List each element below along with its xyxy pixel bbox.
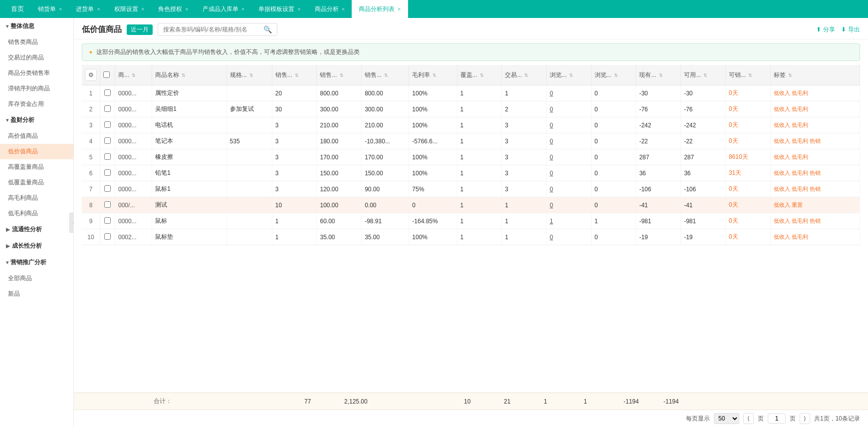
row-browse1[interactable]: 0 <box>546 181 591 197</box>
row-checkbox[interactable] <box>104 233 111 240</box>
sidebar-item-low-coverage[interactable]: 低覆盖量商品 <box>0 175 73 190</box>
info-text: 这部分商品的销售收入大幅低于商品平均销售收入，价值不高，可考虑调整营销策略，或是… <box>96 48 360 56</box>
browse1-link[interactable]: 0 <box>550 154 553 161</box>
nav-close-template[interactable]: × <box>297 6 300 12</box>
table-row: 1 0000... 属性定价 20 800.00 800.00 100% 1 1… <box>82 85 860 101</box>
row-tags: 低收入重置 <box>770 197 860 213</box>
row-browse1[interactable]: 0 <box>546 229 591 245</box>
th-days: 可销... ⇅ <box>725 65 770 85</box>
per-page-select[interactable]: 50 20 100 <box>714 413 739 424</box>
nav-close-product-analysis-list[interactable]: × <box>398 6 401 12</box>
browse1-link[interactable]: 0 <box>550 170 553 177</box>
sidebar-group-circulation[interactable]: ▶ 流通性分析 <box>0 221 73 238</box>
nav-roles[interactable]: 角色授权 × <box>151 0 195 18</box>
nav-purchase[interactable]: 进货单 × <box>69 0 107 18</box>
share-button[interactable]: ⬆ 分享 <box>816 25 835 34</box>
row-browse1[interactable]: 0 <box>546 197 591 213</box>
page-input[interactable] <box>768 414 786 424</box>
browse1-link[interactable]: 0 <box>550 234 553 241</box>
sidebar-item-low-margin[interactable]: 低毛利商品 <box>0 206 73 221</box>
row-browse1[interactable]: 0 <box>546 101 591 117</box>
row-cov: 1 <box>457 197 502 213</box>
nav-close-purchase[interactable]: × <box>97 6 100 12</box>
export-button[interactable]: ⬇ 导出 <box>841 25 860 34</box>
sidebar-item-sales-products[interactable]: 销售类商品 <box>0 34 73 50</box>
row-checkbox[interactable] <box>104 217 111 224</box>
time-badge[interactable]: 近一月 <box>127 24 153 35</box>
row-browse1[interactable]: 1 <box>546 213 591 229</box>
row-browse1[interactable]: 0 <box>546 133 591 149</box>
sidebar-item-all-products[interactable]: 全部商品 <box>0 271 73 286</box>
browse1-link[interactable]: 1 <box>550 218 553 225</box>
sidebar-group-growth[interactable]: ▶ 成长性分析 <box>0 238 73 254</box>
th-browse2: 浏览... ⇅ <box>591 65 636 85</box>
browse1-link[interactable]: 0 <box>550 90 553 97</box>
row-sale2: -10,380... <box>362 133 409 149</box>
sidebar-item-new-products[interactable]: 新品 <box>0 286 73 302</box>
nav-product-analysis-list[interactable]: 商品分析列表 × <box>352 0 408 18</box>
first-page-button[interactable]: ⟨ <box>743 413 754 424</box>
tag: 重置 <box>792 202 803 208</box>
browse1-link[interactable]: 0 <box>550 106 553 113</box>
row-checkbox[interactable] <box>104 153 111 160</box>
nav-permissions[interactable]: 权限设置 × <box>107 0 151 18</box>
row-qty: 3 <box>272 133 317 149</box>
row-browse1[interactable]: 0 <box>546 149 591 165</box>
sidebar-collapse-button[interactable]: ‹‹ <box>69 213 74 233</box>
row-days: 0天 <box>725 133 770 149</box>
nav-close-product-storage[interactable]: × <box>241 6 244 12</box>
row-checkbox[interactable] <box>104 105 111 112</box>
row-stock: -76 <box>636 101 681 117</box>
sidebar-item-high-margin[interactable]: 高毛利商品 <box>0 190 73 206</box>
table-row: 2 0000... 吴细细1 参加复试 30 300.00 300.00 100… <box>82 101 860 117</box>
nav-template[interactable]: 单据模板设置 × <box>251 0 307 18</box>
row-checkbox-cell <box>100 165 115 181</box>
row-code: 0000... <box>115 181 152 197</box>
search-box[interactable]: 🔍 <box>158 23 277 36</box>
table-row: 8 000/... 测试 10 100.00 0.00 0 1 1 0 0 -4… <box>82 197 860 213</box>
settings-button[interactable]: ⚙ <box>85 69 97 81</box>
sidebar-group-overall[interactable]: ▾ 整体信息 <box>0 18 73 34</box>
sidebar-item-high-coverage[interactable]: 高覆盖量商品 <box>0 159 73 175</box>
nav-product-storage[interactable]: 产成品入库单 × <box>196 0 251 18</box>
nav-sales[interactable]: 销货单 × <box>31 0 69 18</box>
sidebar-item-high-value[interactable]: 高价值商品 <box>0 128 73 144</box>
search-input[interactable] <box>163 26 260 33</box>
row-checkbox[interactable] <box>104 185 111 192</box>
nav-home[interactable]: 首页 <box>4 0 31 18</box>
row-checkbox[interactable] <box>104 89 111 96</box>
sidebar-item-traded-products[interactable]: 交易过的商品 <box>0 50 73 65</box>
nav-close-product-analysis[interactable]: × <box>342 6 345 12</box>
browse1-link[interactable]: 0 <box>550 138 553 145</box>
browse1-link[interactable]: 0 <box>550 202 553 209</box>
row-days: 8610天 <box>725 149 770 165</box>
row-sale2: 300.00 <box>362 101 409 117</box>
sidebar-item-inventory-capital[interactable]: 库存资金占用 <box>0 96 73 112</box>
row-checkbox[interactable] <box>104 201 111 208</box>
row-browse1[interactable]: 0 <box>546 117 591 133</box>
sidebar-item-category-sales-rate[interactable]: 商品分类销售率 <box>0 65 73 81</box>
sidebar-item-low-value[interactable]: 低价值商品 <box>0 144 73 159</box>
row-checkbox[interactable] <box>104 121 111 128</box>
row-checkbox[interactable] <box>104 137 111 144</box>
browse1-link[interactable]: 0 <box>550 122 553 129</box>
select-all-checkbox[interactable] <box>103 71 110 78</box>
browse1-link[interactable]: 0 <box>550 186 553 193</box>
row-qty: 1 <box>272 213 317 229</box>
row-stock: -22 <box>636 133 681 149</box>
row-checkbox[interactable] <box>104 169 111 176</box>
next-page-button[interactable]: ⟩ <box>800 413 810 424</box>
nav-product-analysis[interactable]: 商品分析 × <box>308 0 352 18</box>
row-sale1: 35.00 <box>317 229 362 245</box>
row-browse1[interactable]: 0 <box>546 85 591 101</box>
nav-close-permissions[interactable]: × <box>141 6 144 12</box>
sidebar-group-marketing[interactable]: ▾ 营销推广分析 <box>0 254 73 271</box>
sidebar-item-slow-moving[interactable]: 滞销序列的商品 <box>0 81 73 96</box>
nav-close-roles[interactable]: × <box>185 6 188 12</box>
row-browse1[interactable]: 0 <box>546 165 591 181</box>
sidebar-group-financial[interactable]: ▾ 盈财分析 <box>0 112 73 128</box>
row-trade: 3 <box>502 117 547 133</box>
nav-close-sales[interactable]: × <box>59 6 62 12</box>
sort-icon: ⇅ <box>384 73 388 78</box>
row-sale1: 100.00 <box>317 197 362 213</box>
